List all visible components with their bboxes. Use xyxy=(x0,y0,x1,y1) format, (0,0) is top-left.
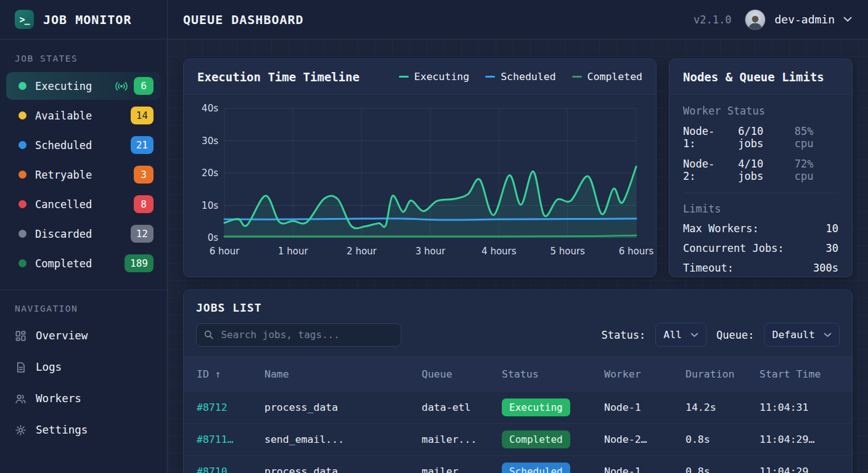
scheduled-dash-icon xyxy=(485,76,495,78)
legend-item-executing[interactable]: Executing xyxy=(399,71,469,83)
queue-select[interactable]: Default xyxy=(764,323,840,347)
person-silhouette-icon xyxy=(747,14,764,30)
column-header-name[interactable]: Name xyxy=(264,368,422,380)
job-start-time: 11:04:29 xyxy=(760,466,852,473)
count-badge: 12 xyxy=(131,225,154,243)
limit-value: 300s xyxy=(813,262,838,274)
line-chart: 0s10s20s30s40s6 hour1 hour2 hour3 hour4 … xyxy=(196,102,642,264)
completed-dash-icon xyxy=(572,76,582,78)
job-duration: 0.8s xyxy=(686,466,760,473)
job-queue: data-etl xyxy=(422,402,502,413)
nodes-queue-limits-card: Nodes & Queue Limits Worker Status Node-… xyxy=(669,59,853,277)
svg-text:6 hours: 6 hours xyxy=(619,246,654,257)
state-label: Scheduled xyxy=(35,139,92,152)
svg-text:2 hour: 2 hour xyxy=(346,246,377,257)
terminal-glyph: >_ xyxy=(19,14,29,25)
users-icon xyxy=(15,393,27,405)
nodes-card-header: Nodes & Queue Limits xyxy=(669,59,852,95)
node-jobs: 6/10 jobs xyxy=(738,125,795,150)
node-cpu: 72% cpu xyxy=(795,158,838,182)
count-badge: 8 xyxy=(134,195,154,213)
chart-legend: Executing Scheduled Completed xyxy=(399,71,642,83)
column-header-start-time[interactable]: Start Time xyxy=(760,368,852,380)
job-start-time: 11:04:31 xyxy=(760,402,852,413)
timeline-card-header: Execution Time Timeline Executing Schedu… xyxy=(184,59,656,95)
execution-timeline-card: Execution Time Timeline Executing Schedu… xyxy=(183,59,657,277)
main-content: Execution Time Timeline Executing Schedu… xyxy=(168,39,868,473)
nodes-card-title: Nodes & Queue Limits xyxy=(683,70,824,84)
chevron-down-icon xyxy=(824,333,832,338)
sidebar-item-executing[interactable]: Executing 6 xyxy=(6,72,161,100)
legend-item-completed[interactable]: Completed xyxy=(572,71,642,83)
job-worker: Node-1 xyxy=(604,466,686,473)
chevron-down-icon[interactable] xyxy=(843,17,852,22)
document-icon xyxy=(15,362,27,373)
executing-dot-icon xyxy=(18,82,27,90)
sidebar-item-cancelled[interactable]: Cancelled 8 xyxy=(6,190,161,218)
job-worker: Node-2… xyxy=(604,434,686,445)
limits-label: Limits xyxy=(683,203,838,215)
limit-value: 30 xyxy=(826,242,838,254)
job-id-link[interactable]: #8710 xyxy=(197,466,264,473)
column-header-status[interactable]: Status xyxy=(502,368,604,380)
queue-select-value: Default xyxy=(772,329,815,341)
status-badge: Executing xyxy=(502,398,570,416)
navigation-section-label: NAVIGATION xyxy=(0,290,167,322)
count-badge: 3 xyxy=(134,166,154,184)
svg-text:1 hour: 1 hour xyxy=(278,246,309,257)
worker-status-row: Node-1: 6/10 jobs 85% cpu xyxy=(683,125,838,150)
svg-text:30s: 30s xyxy=(202,135,218,147)
search-box[interactable] xyxy=(196,323,401,347)
job-duration: 0.8s xyxy=(686,434,760,445)
job-duration: 14.2s xyxy=(686,402,760,413)
job-id-link[interactable]: #8712 xyxy=(197,402,264,413)
terminal-icon: >_ xyxy=(15,10,34,29)
status-select[interactable]: All xyxy=(655,323,706,347)
limit-name: Timeout: xyxy=(683,262,734,274)
search-input[interactable] xyxy=(219,328,393,341)
node-name: Node-2: xyxy=(683,158,727,182)
table-row[interactable]: #8712 process_data data-etl Executing No… xyxy=(184,391,852,423)
table-row[interactable]: #8711… send_email... mailer... Completed… xyxy=(184,423,852,455)
gear-icon xyxy=(15,424,27,436)
divider xyxy=(683,193,838,193)
legend-label: Scheduled xyxy=(501,71,555,83)
sidebar-item-overview[interactable]: Overview xyxy=(6,322,161,349)
timeline-title: Execution Time Timeline xyxy=(197,70,359,84)
search-icon xyxy=(204,329,213,340)
node-cpu: 85% cpu xyxy=(795,125,838,150)
timeline-chart: 0s10s20s30s40s6 hour1 hour2 hour3 hour4 … xyxy=(184,95,656,269)
limit-name: Max Workers: xyxy=(683,222,759,235)
state-label: Available xyxy=(35,110,92,122)
sidebar-item-settings[interactable]: Settings xyxy=(6,416,161,443)
svg-text:20s: 20s xyxy=(202,168,218,179)
sidebar-item-retryable[interactable]: Retryable 3 xyxy=(6,161,161,188)
sidebar-item-scheduled[interactable]: Scheduled 21 xyxy=(6,131,161,159)
column-header-id[interactable]: ID ↑ xyxy=(197,368,264,380)
sidebar-item-completed[interactable]: Completed 189 xyxy=(6,249,161,277)
column-header-worker[interactable]: Worker xyxy=(604,368,686,380)
state-label: Retryable xyxy=(35,169,92,181)
worker-status-row: Node-2: 4/10 jobs 72% cpu xyxy=(683,158,838,182)
completed-dot-icon xyxy=(18,259,27,267)
user-menu[interactable]: v2.1.0 dev-admin xyxy=(694,9,868,30)
count-badge: 21 xyxy=(131,136,154,154)
column-header-queue[interactable]: Queue xyxy=(422,368,502,380)
job-states-section-label: JOB STATES xyxy=(0,54,167,72)
sidebar-item-available[interactable]: Available 14 xyxy=(6,102,161,129)
job-id-link[interactable]: #8711… xyxy=(197,434,264,445)
status-select-value: All xyxy=(663,329,682,341)
job-name: process_data xyxy=(264,466,422,473)
state-label: Discarded xyxy=(35,228,92,240)
sidebar-item-workers[interactable]: Workers xyxy=(6,385,161,412)
legend-item-scheduled[interactable]: Scheduled xyxy=(485,71,555,83)
table-row[interactable]: #8710 process_data mailer Scheduled Node… xyxy=(184,455,852,473)
job-queue: mailer xyxy=(422,466,502,473)
job-name: process_data xyxy=(264,402,422,413)
count-badge: 14 xyxy=(131,107,154,124)
sidebar-item-discarded[interactable]: Discarded 12 xyxy=(6,220,161,248)
svg-text:0s: 0s xyxy=(208,232,219,243)
avatar[interactable] xyxy=(745,9,766,30)
sidebar-item-logs[interactable]: Logs xyxy=(6,354,161,381)
column-header-duration[interactable]: Duration xyxy=(686,368,760,380)
